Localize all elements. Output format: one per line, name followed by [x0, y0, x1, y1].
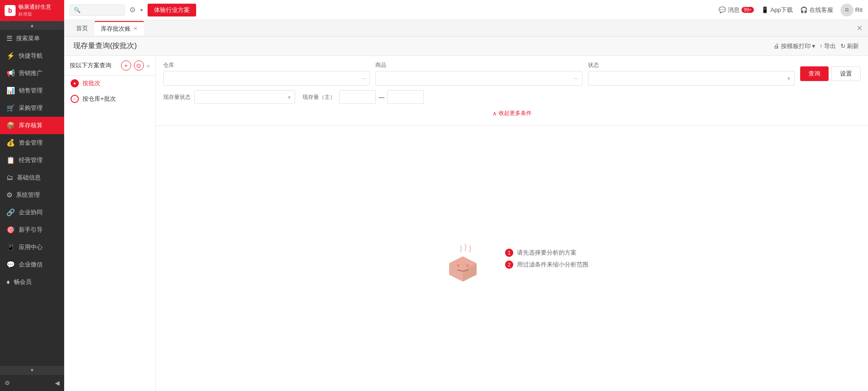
left-panel-actions: + ⊙ «	[121, 60, 150, 71]
left-panel-header: 按以下方案查询 + ⊙ «	[64, 56, 155, 76]
scheme-settings-icon: ⊙	[136, 62, 141, 69]
scheme-by-batch-icon: ●	[71, 79, 79, 87]
sidebar-item-quick-nav[interactable]: ⚡ 快捷导航	[0, 47, 64, 65]
add-scheme-btn[interactable]: +	[121, 60, 131, 71]
sidebar-item-enterprise[interactable]: 🔗 企业协同	[0, 204, 64, 221]
print-dropdown-icon[interactable]: ▾	[812, 43, 815, 49]
sidebar-item-basic-info[interactable]: 🗂 基础信息	[0, 169, 64, 186]
sidebar-item-enterprise-wechat[interactable]: 💬 企业微信	[0, 256, 64, 273]
system-icon: ⚙	[6, 191, 12, 199]
quantity-from-input[interactable]	[339, 90, 376, 104]
topbar-search-icon: 🔍	[74, 7, 81, 13]
sidebar-item-marketing[interactable]: 📢 营销推广	[0, 65, 64, 82]
scheme-item-by-warehouse-batch[interactable]: ○ 按仓库+批次	[64, 91, 155, 107]
online-service-btn[interactable]: 🎧 在线客服	[800, 6, 833, 14]
sidebar-item-system[interactable]: ⚙ 系统管理	[0, 186, 64, 204]
filter-row-2: 现存量状态 ▾ 现存量（主） —	[163, 90, 861, 104]
trial-btn[interactable]: 体验行业方案	[148, 4, 196, 16]
status-input[interactable]: ▾	[588, 71, 795, 86]
tabs-bar: 首页 库存批次账 ✕ ✕	[64, 20, 868, 37]
refresh-label: 刷新	[847, 42, 859, 50]
scheme-by-batch-label: 按批次	[82, 79, 100, 87]
sidebar-item-inventory[interactable]: 📦 库存核算	[0, 117, 64, 134]
warehouse-filter: 仓库 ···	[163, 61, 370, 86]
sidebar-item-member[interactable]: ♦ 畅会员	[0, 273, 64, 291]
sidebar-item-operations[interactable]: 📋 经营管理	[0, 152, 64, 169]
sidebar-collapse-icon[interactable]: ◀	[55, 380, 60, 386]
basic-info-icon: 🗂	[6, 174, 13, 181]
right-panel: 仓库 ··· 商品 ···	[156, 56, 868, 391]
warehouse-more-btn[interactable]: ···	[361, 75, 366, 81]
main-area: 🔍 ⚙ ▾ 体验行业方案 💬 消息 99+ 📱 App下载 🎧 在线客服 R	[64, 0, 868, 391]
sidebar-item-new-guide[interactable]: 🎯 新手引导	[0, 221, 64, 239]
inventory-quantity-range: —	[339, 90, 424, 104]
sidebar-item-search-menu-label: 搜索菜单	[16, 34, 40, 43]
member-icon: ♦	[6, 278, 10, 286]
sidebar-item-basic-info-label: 基础信息	[17, 174, 41, 182]
tab-close-icon[interactable]: ✕	[133, 26, 137, 32]
collapse-bar[interactable]: ∧ 收起更多条件	[163, 107, 861, 120]
query-btn[interactable]: 查询	[800, 66, 829, 81]
topbar-settings-icon[interactable]: ⚙	[129, 5, 136, 14]
left-panel: 按以下方案查询 + ⊙ « ● 按批次	[64, 56, 156, 391]
sidebar-item-search-menu[interactable]: ☰ 搜索菜单	[0, 30, 64, 47]
sidebar-scroll-down[interactable]: ▼	[0, 366, 64, 375]
export-btn[interactable]: ↑ 导出	[820, 42, 836, 50]
sidebar-item-purchase-label: 采购管理	[19, 104, 43, 112]
inventory-status-select[interactable]: ▾	[194, 90, 295, 104]
tip-text-1: 请先选择要分析的方案	[517, 249, 577, 257]
sidebar-item-member-label: 畅会员	[14, 278, 32, 286]
topbar-dropdown-icon[interactable]: ▾	[140, 7, 143, 13]
tip-text-2: 用过滤条件来缩小分析范围	[517, 261, 588, 269]
refresh-icon: ↻	[841, 43, 846, 49]
sidebar-item-purchase[interactable]: 🛒 采购管理	[0, 99, 64, 117]
finance-icon: 💰	[6, 139, 15, 147]
inventory-status-dropdown-icon: ▾	[288, 94, 291, 101]
user-area[interactable]: R Rit	[841, 4, 863, 16]
sidebar-item-operations-label: 经营管理	[19, 156, 43, 164]
warehouse-input[interactable]: ···	[163, 71, 370, 86]
filter-area: 仓库 ··· 商品 ···	[156, 56, 868, 126]
range-separator: —	[379, 94, 385, 101]
purchase-icon: 🛒	[6, 104, 15, 112]
app-logo: b	[5, 5, 16, 16]
sidebar-item-app-center[interactable]: 📱 应用中心	[0, 239, 64, 256]
sidebar-scroll-up[interactable]: ▲	[0, 21, 64, 30]
refresh-btn[interactable]: ↻ 刷新	[841, 42, 859, 50]
empty-tips: 1 请先选择要分析的方案 2 用过滤条件来缩小分析范围	[505, 249, 588, 269]
export-icon: ↑	[820, 43, 823, 49]
sidebar-item-finance[interactable]: 💰 资金管理	[0, 134, 64, 152]
inventory-status-label: 现存量状态	[163, 93, 191, 101]
scheme-settings-btn[interactable]: ⊙	[134, 60, 144, 71]
avatar: R	[841, 4, 853, 16]
print-template-btn[interactable]: 🖨 按模板打印 ▾	[774, 42, 815, 50]
scheme-item-by-batch[interactable]: ● 按批次	[64, 76, 155, 91]
tabs-close-btn[interactable]: ✕	[857, 24, 863, 33]
settings-btn[interactable]: 设置	[831, 66, 861, 81]
panel-collapse-btn[interactable]: «	[147, 62, 150, 69]
app-download-btn[interactable]: 📱 App下载	[761, 6, 793, 14]
sidebar-item-finance-label: 资金管理	[19, 139, 43, 147]
tip-num-2: 2	[505, 261, 513, 269]
filter-actions: 查询 设置	[800, 66, 861, 81]
headset-icon: 🎧	[800, 6, 808, 13]
sidebar-nav: ☰ 搜索菜单 ⚡ 快捷导航 📢 营销推广 📊 销售管理 🛒 采购管理 📦 库	[0, 30, 64, 366]
empty-svg	[435, 236, 490, 282]
topbar-search-area[interactable]: 🔍	[70, 5, 125, 16]
app-download-label: App下载	[770, 6, 793, 14]
empty-content: 1 请先选择要分析的方案 2 用过滤条件来缩小分析范围	[435, 236, 588, 282]
messages-badge: 99+	[742, 7, 754, 13]
sidebar-item-sales[interactable]: 📊 销售管理	[0, 82, 64, 99]
sidebar-item-marketing-label: 营销推广	[19, 69, 43, 77]
status-dropdown-icon[interactable]: ▾	[787, 75, 791, 82]
product-input[interactable]: ···	[375, 71, 582, 86]
messages-btn[interactable]: 💬 消息 99+	[719, 6, 754, 14]
sidebar-settings-icon[interactable]: ⚙	[5, 380, 10, 386]
quantity-to-input[interactable]	[387, 90, 424, 104]
tab-inventory-batch[interactable]: 库存批次账 ✕	[94, 21, 144, 36]
product-more-btn[interactable]: ···	[574, 75, 578, 81]
marketing-icon: 📢	[6, 69, 15, 77]
inventory-icon: 📦	[6, 121, 15, 130]
tab-home[interactable]: 首页	[70, 22, 94, 35]
tip-item-1: 1 请先选择要分析的方案	[505, 249, 588, 257]
